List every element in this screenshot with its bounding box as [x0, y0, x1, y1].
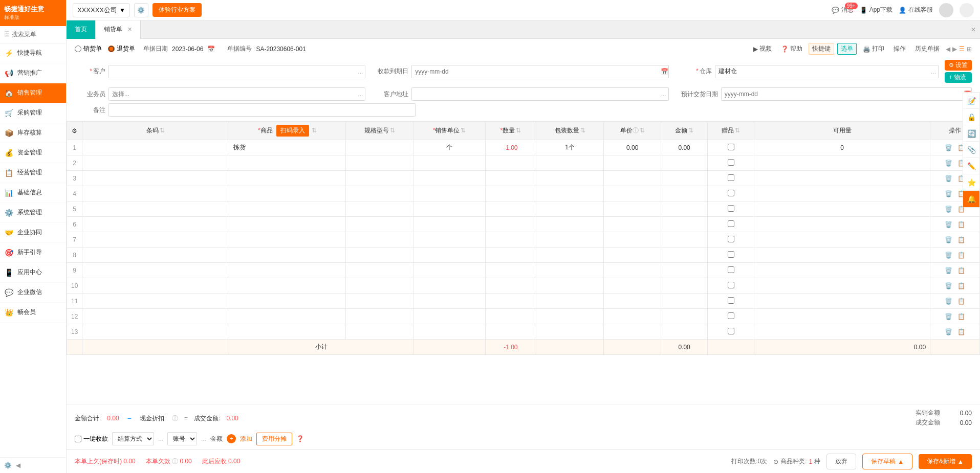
copy-icon[interactable]: 📋 [957, 252, 965, 259]
sidebar-item-base-info[interactable]: 📊 基础信息 [0, 183, 66, 203]
row-product[interactable] [229, 155, 346, 171]
row-qty[interactable] [485, 278, 536, 294]
row-spec[interactable] [346, 232, 413, 247]
barcode-input[interactable] [86, 328, 225, 335]
quick-star-icon[interactable]: ⭐ [963, 174, 979, 191]
gift-checkbox[interactable] [728, 251, 734, 258]
row-product[interactable] [229, 186, 346, 201]
customer-address-wrapper[interactable]: ... [411, 87, 668, 101]
salesperson-ellipsis[interactable]: ... [356, 91, 365, 98]
row-qty[interactable] [485, 247, 536, 263]
row-gift[interactable] [708, 232, 754, 247]
barcode-input[interactable] [86, 144, 225, 151]
row-gift[interactable] [708, 155, 754, 171]
copy-icon[interactable]: 📋 [957, 221, 965, 228]
account-select[interactable]: 账号 [167, 432, 197, 445]
row-product[interactable] [229, 309, 346, 324]
row-action[interactable]: 🗑️ 📋 [930, 263, 980, 278]
gift-checkbox[interactable] [728, 312, 734, 319]
operations-btn[interactable]: 操作 [890, 43, 909, 54]
row-qty[interactable] [485, 309, 536, 324]
delete-icon[interactable]: 🗑️ [945, 144, 952, 151]
row-product[interactable] [229, 247, 346, 263]
row-spec[interactable] [346, 309, 413, 324]
delete-icon[interactable]: 🗑️ [945, 236, 952, 243]
row-product[interactable]: 拣货 [229, 140, 346, 155]
print-btn[interactable]: 🖨️ 打印 [860, 43, 887, 54]
help-btn[interactable]: ❓ 帮助 [778, 43, 805, 54]
row-qty[interactable] [485, 263, 536, 278]
select-order-btn[interactable]: 选单 [837, 43, 857, 55]
row-product[interactable] [229, 278, 346, 294]
row-gift[interactable] [708, 324, 754, 340]
gift-checkbox[interactable] [728, 236, 734, 242]
delete-icon[interactable]: 🗑️ [945, 160, 952, 167]
barcode-input[interactable] [86, 267, 225, 274]
row-product[interactable] [229, 217, 346, 232]
notes-input[interactable] [109, 106, 415, 114]
setup-btn[interactable]: ⚙ 设置 [945, 60, 972, 71]
row-unit-price[interactable] [604, 155, 661, 171]
row-unit-price[interactable] [604, 294, 661, 309]
quick-lock-icon[interactable]: 🔒 [963, 109, 979, 125]
row-qty[interactable] [485, 294, 536, 309]
row-unit-price[interactable] [604, 263, 661, 278]
row-qty[interactable] [485, 186, 536, 201]
row-spec[interactable] [346, 247, 413, 263]
notes-wrapper[interactable] [108, 103, 416, 117]
delete-icon[interactable]: 🗑️ [945, 267, 952, 274]
row-qty[interactable] [485, 155, 536, 171]
copy-icon[interactable]: 📋 [957, 282, 965, 289]
row-action[interactable]: 🗑️ 📋 [930, 324, 980, 340]
quick-refresh-icon[interactable]: 🔄 [963, 125, 979, 142]
sidebar-item-wechat[interactable]: 💬 企业微信 [0, 283, 66, 303]
payment-method-select[interactable]: 结算方式 [112, 432, 154, 445]
copy-icon[interactable]: 📋 [957, 298, 965, 305]
barcode-input[interactable] [86, 236, 225, 243]
sidebar-item-quick-nav[interactable]: ⚡ 快捷导航 [0, 43, 66, 63]
message-btn[interactable]: 💬 消息 99+ [832, 6, 854, 14]
online-service-btn[interactable]: 👤 在线客服 [899, 6, 933, 14]
settings-button[interactable]: ⚙️ [134, 3, 148, 17]
add-payment-btn[interactable]: + [227, 434, 236, 443]
row-barcode[interactable] [82, 171, 229, 186]
row-barcode[interactable] [82, 324, 229, 340]
row-spec[interactable] [346, 217, 413, 232]
sidebar-item-member[interactable]: 👑 畅会员 [0, 303, 66, 323]
salesperson-input[interactable] [109, 91, 356, 98]
row-unit-price[interactable] [604, 201, 661, 217]
copy-icon[interactable]: 📋 [957, 328, 965, 335]
gift-sort[interactable]: ⇅ [735, 127, 740, 134]
quick-pen-icon[interactable]: ✏️ [963, 158, 979, 174]
row-action[interactable]: 🗑️ 📋 [930, 247, 980, 263]
spec-sort[interactable]: ⇅ [390, 127, 395, 134]
experience-btn[interactable]: 体验行业方案 [153, 3, 202, 17]
row-action[interactable]: 🗑️ 📋 [930, 278, 980, 294]
row-barcode[interactable] [82, 309, 229, 324]
save-new-btn[interactable]: 保存&新增 ▲ [919, 454, 972, 469]
barcode-sort[interactable]: ⇅ [160, 127, 165, 134]
row-gift[interactable] [708, 186, 754, 201]
row-product[interactable] [229, 201, 346, 217]
row-unit-price[interactable] [604, 247, 661, 263]
sidebar-item-sales[interactable]: 🏠 销售管理 [0, 83, 66, 103]
row-unit-price[interactable] [604, 186, 661, 201]
radio-return-input[interactable] [108, 46, 115, 52]
gift-checkbox[interactable] [728, 159, 734, 166]
gift-checkbox[interactable] [728, 220, 734, 227]
calendar-icon[interactable]: 📅 [207, 46, 215, 53]
row-product[interactable] [229, 294, 346, 309]
barcode-input[interactable] [86, 282, 225, 289]
barcode-input[interactable] [86, 221, 225, 228]
account-ellipsis[interactable]: ... [201, 435, 206, 442]
row-gift[interactable] [708, 201, 754, 217]
row-spec[interactable] [346, 155, 413, 171]
row-gift[interactable] [708, 140, 754, 155]
row-action[interactable]: 🗑️ 📋 [930, 217, 980, 232]
gift-checkbox[interactable] [728, 190, 734, 196]
table-container[interactable]: ⚙ 条码⇅ *商品 扫码录入 ⇅ 规格型号⇅ [67, 121, 980, 404]
payment-checkbox-label[interactable]: 一键收款 [75, 435, 108, 443]
unit-sort[interactable]: ⇅ [461, 127, 466, 134]
row-qty[interactable] [485, 324, 536, 340]
prev-icon[interactable]: ◀ [946, 46, 950, 53]
